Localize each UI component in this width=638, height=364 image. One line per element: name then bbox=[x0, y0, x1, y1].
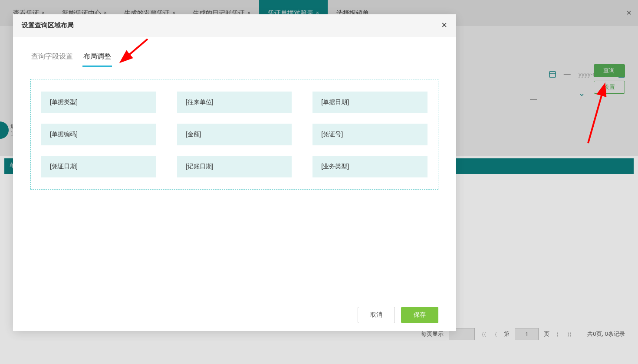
cancel-button[interactable]: 取消 bbox=[358, 307, 395, 323]
save-button[interactable]: 保存 bbox=[401, 307, 438, 323]
layout-item-post-date[interactable]: [记账日期] bbox=[177, 156, 292, 177]
modal-footer: 取消 保存 bbox=[13, 300, 456, 331]
tab-layout-adjust[interactable]: 布局调整 bbox=[82, 49, 112, 67]
layout-drop-zone[interactable]: [单据类型] [往来单位] [单据日期] [单据编码] [金额] [凭证号] [… bbox=[30, 79, 438, 190]
close-icon[interactable]: × bbox=[441, 20, 447, 30]
layout-item-biz-type[interactable]: [业务类型] bbox=[312, 156, 428, 177]
modal-tabs: 查询字段设置 布局调整 bbox=[30, 49, 438, 67]
layout-item-voucher-date[interactable]: [凭证日期] bbox=[41, 156, 156, 177]
modal-header: 设置查询区域布局 × bbox=[13, 14, 456, 36]
modal-title: 设置查询区域布局 bbox=[22, 21, 74, 30]
layout-item-partner[interactable]: [往来单位] bbox=[177, 92, 292, 113]
layout-settings-modal: 设置查询区域布局 × 查询字段设置 布局调整 [单据类型] [往来单位] [单据… bbox=[13, 14, 456, 331]
layout-item-doc-date[interactable]: [单据日期] bbox=[312, 92, 428, 113]
layout-item-doc-code[interactable]: [单据编码] bbox=[41, 124, 156, 145]
layout-item-doc-type[interactable]: [单据类型] bbox=[41, 92, 156, 113]
tab-query-fields[interactable]: 查询字段设置 bbox=[30, 49, 74, 67]
layout-item-amount[interactable]: [金额] bbox=[177, 124, 292, 145]
layout-item-voucher-no[interactable]: [凭证号] bbox=[312, 124, 428, 145]
